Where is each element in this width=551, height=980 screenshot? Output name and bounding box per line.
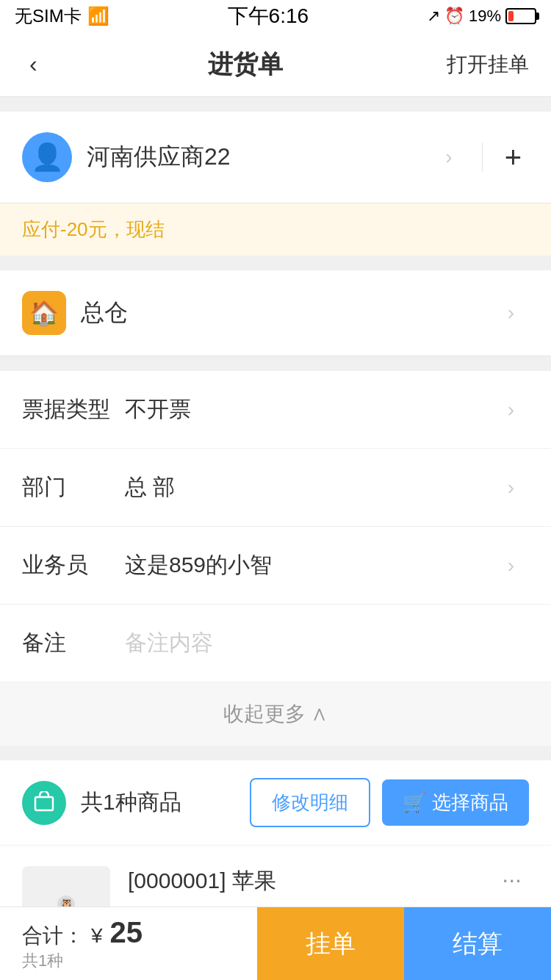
supplier-divider — [482, 143, 483, 172]
divider-2 — [0, 256, 551, 270]
status-left: 无SIM卡 📶 — [15, 4, 109, 28]
product-icon — [22, 781, 66, 825]
alarm-icon: ⏰ — [444, 7, 464, 26]
warehouse-row[interactable]: 🏠 总仓 › — [0, 270, 551, 356]
battery-icon — [505, 8, 536, 24]
bottom-bar: 合计： ¥ 25 共1种 挂单 结算 — [0, 907, 551, 980]
remark-label: 备注 — [22, 628, 125, 658]
select-product-icon: 🛒 — [403, 791, 426, 814]
product-header: 共1种商品 修改明细 🛒 选择商品 — [0, 760, 551, 846]
back-button[interactable]: ‹ — [22, 43, 45, 85]
edit-detail-button[interactable]: 修改明细 — [250, 778, 370, 827]
supplier-name: 河南供应商22 — [87, 141, 445, 173]
warehouse-chevron-icon: › — [508, 301, 514, 325]
supplier-row[interactable]: 👤 河南供应商22 › + — [0, 112, 551, 203]
form-section: 票据类型 不开票 › 部门 总 部 › 业务员 这是859的小智 › 备注 备注… — [0, 371, 551, 682]
product-title-name: 苹果 — [232, 868, 276, 893]
page-title: 进货单 — [208, 48, 283, 82]
invoice-value: 不开票 — [125, 394, 508, 425]
warehouse-section: 🏠 总仓 › — [0, 270, 551, 356]
battery-label: 19% — [469, 7, 501, 26]
invoice-chevron-icon: › — [508, 398, 514, 422]
department-chevron-icon: › — [508, 476, 514, 500]
notice-text: 应付-20元，现结 — [22, 218, 165, 240]
supplier-avatar: 👤 — [22, 132, 72, 182]
product-id: [0000001] — [128, 868, 226, 893]
salesman-chevron-icon: › — [508, 554, 514, 577]
department-value: 总 部 — [125, 472, 508, 502]
nav-bar: ‹ 进货单 打开挂单 — [0, 32, 551, 97]
status-right: ↗ ⏰ 19% — [427, 7, 536, 26]
status-time: 下午6:16 — [228, 2, 309, 30]
wifi-icon: 📶 — [87, 6, 109, 26]
supplier-chevron-icon: › — [445, 145, 452, 169]
select-product-button[interactable]: 🛒 选择商品 — [382, 779, 529, 826]
product-more-button[interactable]: ··· — [494, 866, 529, 893]
divider-3 — [0, 356, 551, 371]
salesman-value: 这是859的小智 — [125, 550, 508, 580]
notice-bar: 应付-20元，现结 — [0, 203, 551, 256]
department-label: 部门 — [22, 472, 125, 502]
product-name: [0000001] 苹果 — [128, 866, 494, 896]
battery-fill — [508, 11, 514, 21]
invoice-label: 票据类型 — [22, 394, 125, 425]
location-icon: ↗ — [427, 7, 440, 26]
department-row[interactable]: 部门 总 部 › — [0, 449, 551, 527]
carrier-label: 无SIM卡 — [15, 4, 82, 28]
avatar-icon: 👤 — [31, 142, 64, 173]
divider-1 — [0, 97, 551, 112]
remark-row[interactable]: 备注 备注内容 — [0, 605, 551, 682]
product-count-label: 共1种商品 — [81, 788, 250, 818]
total-amount: 合计： ¥ 25 — [22, 916, 235, 950]
remark-placeholder: 备注内容 — [125, 628, 529, 658]
invoice-row[interactable]: 票据类型 不开票 › — [0, 371, 551, 449]
add-button[interactable]: + — [497, 141, 529, 174]
open-pending-button[interactable]: 打开挂单 — [447, 51, 529, 79]
select-product-label: 选择商品 — [432, 790, 508, 815]
checkout-button[interactable]: 结算 — [404, 907, 551, 981]
total-label: 合计： — [22, 924, 84, 947]
total-count: 共1种 — [22, 950, 235, 972]
salesman-label: 业务员 — [22, 550, 125, 580]
collapse-label: 收起更多 ∧ — [223, 702, 328, 725]
salesman-row[interactable]: 业务员 这是859的小智 › — [0, 527, 551, 605]
yuan-symbol: ¥ — [91, 924, 103, 947]
svg-rect-0 — [35, 797, 53, 810]
warehouse-name: 总仓 — [81, 297, 508, 329]
total-number: 25 — [110, 916, 143, 948]
warehouse-icon: 🏠 — [22, 291, 66, 335]
status-bar: 无SIM卡 📶 下午6:16 ↗ ⏰ 19% — [0, 0, 551, 32]
supplier-section: 👤 河南供应商22 › + 应付-20元，现结 — [0, 112, 551, 256]
collapse-button[interactable]: 收起更多 ∧ — [0, 682, 551, 746]
hang-order-button[interactable]: 挂单 — [257, 907, 404, 981]
total-section: 合计： ¥ 25 共1种 — [0, 916, 257, 972]
